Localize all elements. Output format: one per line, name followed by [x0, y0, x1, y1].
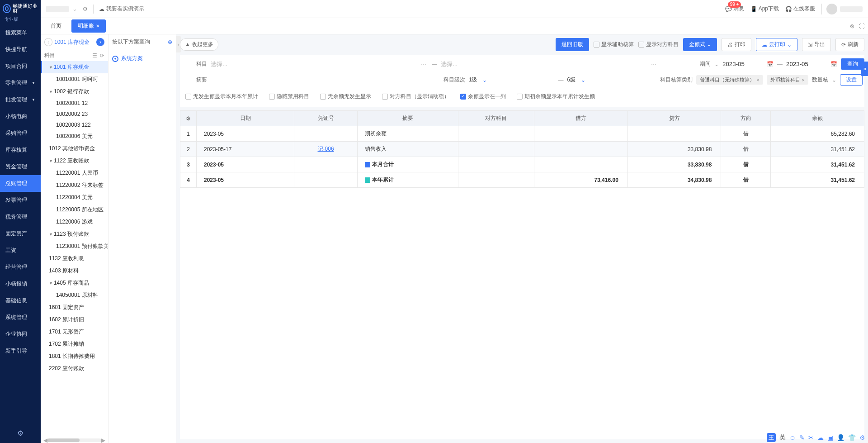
back-old-button[interactable]: 退回旧版 [556, 38, 589, 51]
tree-node[interactable]: 1702 累计摊销 [41, 338, 108, 350]
chk-balance-one-col[interactable]: 余额显示在一列 [460, 93, 506, 100]
scroll-left-icon[interactable]: ◀ [43, 437, 47, 443]
tree-next-icon[interactable] [96, 38, 104, 46]
org-selector[interactable]: ⌄ [46, 5, 77, 12]
tree-node[interactable]: 1012 其他货币资金 [41, 143, 108, 155]
tray-icon[interactable]: 👕 [848, 434, 856, 441]
nav-item[interactable]: 零售管理▼ [0, 75, 41, 91]
ime-mode[interactable]: 英 [779, 433, 786, 442]
tree-node[interactable]: 1801 长期待摊费用 [41, 350, 108, 362]
scheme-gear-icon[interactable]: ⊚ [168, 39, 172, 45]
tray-icon[interactable]: ☺ [789, 434, 796, 441]
chk-opening-ytd[interactable]: 期初余额显示本年累计发生额 [517, 93, 595, 100]
tree-node[interactable]: ▼1123 预付账款 [41, 228, 108, 240]
tree-node[interactable]: 11220001 人民币 [41, 167, 108, 179]
tab-home[interactable]: 首页 [44, 19, 68, 33]
tree-sort-icon[interactable]: ☰ [92, 52, 97, 59]
service-button[interactable]: 🎧 在线客服 [785, 5, 815, 13]
chk-no-activity[interactable]: 无发生额显示本月本年累计 [185, 93, 258, 100]
tag-normal[interactable]: 普通科目（无特殊核算）× [696, 75, 763, 85]
nav-item[interactable]: 小畅电商 [0, 108, 41, 125]
nav-item[interactable]: 固定资产 [0, 225, 41, 242]
nav-item[interactable]: 库存核算 [0, 142, 41, 158]
tray-icon[interactable]: ✎ [799, 434, 805, 441]
tree-node[interactable]: 1602 累计折旧 [41, 314, 108, 326]
tree-node[interactable]: ▼1001 库存现金 [41, 61, 108, 73]
demo-link[interactable]: ☁ 我要看实例演示 [99, 5, 144, 13]
nav-item[interactable]: 发票管理 [0, 192, 41, 209]
fullscreen-icon[interactable]: ⛶ [859, 23, 864, 29]
user-menu[interactable] [821, 4, 863, 14]
tree-current-input[interactable] [54, 39, 94, 45]
subject-from-more-icon[interactable]: ⋯ [419, 61, 428, 67]
tree-node[interactable]: 1132 应收利息 [41, 252, 108, 265]
nav-item[interactable]: 系统管理 [0, 309, 41, 326]
refresh-button[interactable]: ⟳ 刷新 [835, 38, 864, 51]
nav-item[interactable]: 批发管理▼ [0, 91, 41, 108]
nav-item[interactable]: 项目合同 [0, 58, 41, 75]
tree-node[interactable]: 1701 无形资产 [41, 326, 108, 338]
period-from-input[interactable] [722, 59, 763, 70]
settings-button[interactable]: 设置 [840, 74, 863, 86]
scroll-right-icon[interactable]: ▶ [101, 437, 105, 443]
tray-icon[interactable]: ☁ [817, 434, 824, 441]
period-to-input[interactable] [786, 59, 827, 70]
tree-node[interactable]: 10020006 美元 [41, 130, 108, 143]
cloud-print-button[interactable]: ☁ 云打印 ⌄ [756, 38, 797, 51]
tree-node[interactable]: 10010001 呵呵呵 [41, 73, 108, 86]
calendar-icon[interactable]: 📅 [830, 61, 837, 67]
nav-item[interactable]: 采购管理 [0, 125, 41, 142]
tag-remove-icon[interactable]: × [756, 77, 759, 83]
subject-to-more-icon[interactable]: ⋯ [649, 61, 658, 67]
tray-icon[interactable]: ⚙ [859, 434, 865, 441]
tree-node[interactable]: ▼1405 库存商品 [41, 277, 108, 289]
close-icon[interactable]: ✕ [96, 24, 99, 29]
tree-node[interactable]: 11220002 往来标签 [41, 179, 108, 191]
tree-h-scrollbar[interactable]: ◀ ▶ [41, 438, 108, 443]
right-drawer-icon[interactable]: « [861, 62, 868, 76]
tree-prev-icon[interactable]: ‹ [44, 38, 52, 46]
nav-item[interactable]: 基础信息 [0, 292, 41, 309]
tab-close-all-icon[interactable]: ⊗ [850, 23, 854, 29]
nav-item[interactable]: 企业协同 [0, 326, 41, 343]
tree-node[interactable]: 1601 固定资产 [41, 301, 108, 314]
subject-from-input[interactable] [211, 59, 415, 70]
nav-item[interactable]: 搜索菜单 [0, 24, 41, 41]
nav-item[interactable]: 经营管理 [0, 259, 41, 276]
tree-node[interactable]: 2202 应付账款 [41, 362, 108, 375]
tree-node[interactable]: 10020003 122 [41, 119, 108, 130]
tree-refresh-icon[interactable]: ⟳ [100, 52, 104, 59]
voucher-link[interactable]: 记-006 [318, 146, 334, 152]
tray-icon[interactable]: ▣ [827, 434, 833, 441]
nav-item[interactable]: 税务管理 [0, 209, 41, 225]
show-opposite-checkbox[interactable]: 显示对方科目 [638, 41, 679, 48]
export-button[interactable]: ⇲ 导出 [802, 38, 831, 51]
th-gear[interactable]: ⚙ [180, 111, 197, 126]
summary-input[interactable] [211, 75, 417, 86]
tree-node[interactable]: 11220004 美元 [41, 191, 108, 204]
chk-no-balance[interactable]: 无余额无发生显示 [320, 93, 371, 100]
amount-style-button[interactable]: 金额式 ⌄ [683, 38, 717, 51]
nav-item[interactable]: 快捷导航 [0, 41, 41, 58]
tag-remove-icon[interactable]: × [802, 77, 805, 83]
print-button[interactable]: 🖨 打印 [722, 38, 751, 51]
nav-item[interactable]: 总账管理 [0, 175, 41, 192]
message-button[interactable]: 💬 消息 99 + [725, 5, 744, 13]
nav-item[interactable]: 工资 [0, 242, 41, 259]
tree-node[interactable]: ▼1002 银行存款 [41, 86, 108, 98]
period-from-chevron-icon[interactable]: ⌄ [714, 61, 719, 67]
tree-node[interactable]: ▼1122 应收账款 [41, 155, 108, 167]
chk-opposite-aux[interactable]: 对方科目（显示辅助项） [382, 93, 449, 100]
tree-node[interactable]: 11220005 所在地区 [41, 204, 108, 216]
tree-node[interactable]: 10020001 12 [41, 98, 108, 109]
show-aux-checkbox[interactable]: 显示辅助核算 [594, 41, 634, 48]
ime-wang-icon[interactable]: 王 [767, 433, 776, 442]
nav-item[interactable]: 资金管理 [0, 158, 41, 175]
tree-node[interactable]: 14050001 原材料 [41, 289, 108, 301]
level-to-chevron-icon[interactable]: ⌄ [579, 77, 587, 83]
collapse-more-button[interactable]: ▲ 收起更多 [180, 38, 218, 51]
tray-icon[interactable]: 👤 [837, 434, 844, 441]
settings-icon[interactable]: ⚙ [17, 429, 24, 437]
system-scheme[interactable]: ● 系统方案 [112, 55, 172, 62]
tree-node[interactable]: 11220006 游戏 [41, 216, 108, 228]
